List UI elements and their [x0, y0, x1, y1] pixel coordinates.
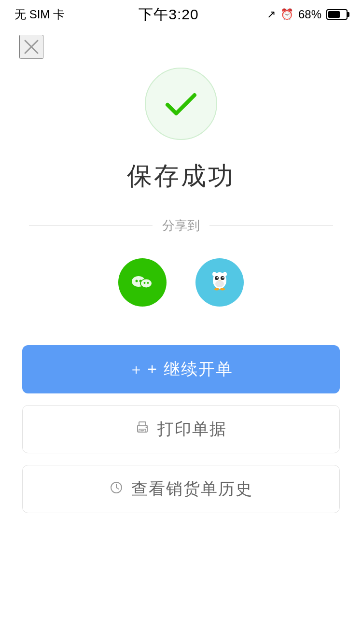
divider-line-left — [29, 225, 153, 226]
success-title: 保存成功 — [127, 159, 235, 193]
svg-point-7 — [139, 280, 142, 282]
continue-label: + 继续开单 — [147, 358, 233, 380]
status-time: 下午3:20 — [139, 5, 198, 25]
svg-point-6 — [136, 280, 138, 282]
location-icon: ↗ — [267, 8, 276, 21]
history-button[interactable]: 查看销货单历史 — [22, 465, 340, 513]
divider-line-right — [209, 225, 333, 226]
status-left: 无 SIM 卡 — [14, 7, 70, 22]
svg-point-26 — [146, 426, 147, 428]
continue-button[interactable]: ＋ + 继续开单 — [22, 345, 340, 393]
share-wechat-button[interactable] — [118, 258, 167, 307]
history-icon — [109, 480, 124, 498]
svg-point-13 — [217, 277, 218, 279]
printer-icon — [135, 420, 150, 438]
close-button[interactable] — [19, 35, 43, 59]
share-icons-row — [118, 258, 244, 307]
wechat-icon — [128, 268, 157, 297]
status-bar: 无 SIM 卡 下午3:20 ↗ ⏰ 68% — [0, 0, 362, 29]
plus-icon: ＋ — [129, 360, 144, 379]
success-icon-circle — [145, 68, 217, 140]
battery-icon — [326, 9, 348, 20]
checkmark-icon — [162, 84, 200, 123]
svg-point-5 — [141, 280, 152, 288]
svg-point-9 — [147, 282, 149, 284]
history-label: 查看销货单历史 — [131, 478, 253, 500]
svg-point-16 — [215, 280, 224, 287]
status-right: ↗ ⏰ 68% — [267, 8, 348, 21]
print-label: 打印单据 — [157, 418, 227, 440]
svg-point-17 — [214, 288, 219, 291]
qq-icon — [205, 267, 235, 297]
svg-point-19 — [212, 272, 216, 277]
svg-point-14 — [223, 277, 224, 279]
svg-point-18 — [220, 288, 225, 291]
svg-point-8 — [144, 282, 146, 284]
share-divider: 分享到 — [0, 217, 362, 234]
svg-point-20 — [223, 272, 227, 277]
battery-percentage: 68% — [298, 8, 321, 21]
action-buttons: ＋ + 继续开单 打印单据 — [0, 345, 362, 513]
sim-status: 无 SIM 卡 — [14, 7, 65, 22]
share-label: 分享到 — [153, 217, 209, 234]
share-qq-button[interactable] — [195, 258, 244, 307]
print-button[interactable]: 打印单据 — [22, 405, 340, 453]
svg-rect-22 — [139, 422, 146, 426]
alarm-icon: ⏰ — [280, 8, 293, 21]
main-content: 保存成功 分享到 — [0, 29, 362, 513]
